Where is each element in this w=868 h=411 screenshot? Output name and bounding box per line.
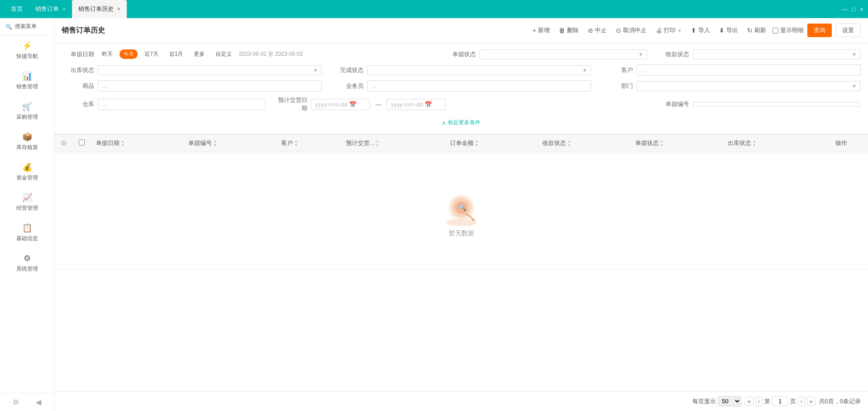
table-settings-icon[interactable]: ⚙ [61, 139, 67, 147]
table-col-doc-no[interactable]: 单据编号 ▲ ▼ [183, 135, 275, 152]
delete-button[interactable]: 🗑 删除 [556, 24, 581, 36]
complete-status-filter-control: ▼ [367, 65, 591, 75]
sidebar-item-sales-mgmt[interactable]: 📊 销售管理 [0, 66, 54, 96]
product-dots: ... [102, 82, 107, 89]
total-info: 共0页，0条记录 [819, 397, 861, 406]
calendar-from-icon: 📅 [349, 101, 356, 108]
sidebar-settings-icon[interactable]: ⚙ [13, 398, 19, 406]
sidebar-search[interactable]: 🔍 搜索菜单 [0, 18, 54, 35]
date-custom[interactable]: 自定义 [211, 48, 236, 60]
stop-button[interactable]: ⊘ 中止 [585, 24, 609, 36]
date-yesterday[interactable]: 昨天 [98, 48, 117, 60]
sort-up-icon-5: ▲ [475, 140, 479, 143]
salesman-dots: ... [371, 82, 376, 89]
window-close[interactable]: × [860, 6, 863, 13]
table-settings-col[interactable]: ⚙ [54, 135, 72, 152]
table-col-expected-delivery[interactable]: 预计交货... ▲ ▼ [340, 135, 445, 152]
cancel-stop-button[interactable]: ⊙ 取消中止 [613, 24, 649, 36]
sidebar-item-operations-mgmt[interactable]: 📈 经营管理 [0, 187, 54, 218]
refresh-button[interactable]: ↻ 刷新 [744, 24, 769, 36]
empty-text: 暂无数据 [449, 229, 474, 237]
sidebar-item-inventory-check[interactable]: 📦 库存核算 [0, 126, 54, 157]
prev-page-btn[interactable]: ‹ [755, 397, 762, 406]
delivery-date-from[interactable]: yyyy-mm-dd 📅 [311, 99, 370, 110]
dept-select[interactable]: ▼ [637, 81, 861, 91]
table-col-doc-date[interactable]: 单据日期 ▲ ▼ [91, 135, 183, 152]
pay-status-select[interactable]: ▼ [693, 49, 861, 59]
select-all-checkbox[interactable] [79, 140, 85, 145]
sidebar-item-system-mgmt[interactable]: ⚙ 系统管理 [0, 248, 54, 278]
tab-sales-order-history-close[interactable]: × [117, 6, 120, 12]
out-status-select[interactable]: ▼ [98, 65, 322, 75]
top-bar: 首页 销售订单 × 销售订单历史 × — □ × [0, 0, 868, 18]
print-arrow-icon: ▼ [677, 28, 682, 33]
last-page-btn[interactable]: » [807, 397, 815, 406]
status-select[interactable]: ▼ [480, 49, 647, 59]
import-button[interactable]: ⬆ 导入 [688, 24, 713, 36]
customer-input[interactable]: ... [637, 64, 861, 76]
date-filter: 昨天 今天 近7天 近1月 更多 自定义 2023-06-02 至 2023-0… [98, 48, 434, 60]
content-area: 销售订单历史 + 新增 🗑 删除 ⊘ 中止 ⊙ 取消中止 [54, 18, 868, 411]
date-7days[interactable]: 近7天 [140, 48, 163, 60]
order-no-input[interactable] [693, 102, 861, 106]
window-maximize[interactable]: □ [852, 6, 856, 13]
table-col-doc-status[interactable]: 单据状态 ▲ ▼ [630, 135, 722, 152]
page-num-input[interactable] [772, 396, 788, 406]
delivery-date-to[interactable]: yyyy-mm-dd 📅 [387, 99, 446, 110]
pay-status-filter-control: ▼ [693, 49, 861, 59]
sidebar-item-quick-nav[interactable]: ⚡ 快捷导航 [0, 35, 54, 66]
product-filter-control: ... [98, 80, 322, 92]
next-page-btn[interactable]: › [798, 397, 805, 406]
sort-down-icon-5: ▼ [475, 144, 479, 147]
table-col-customer[interactable]: 客户 ▲ ▼ [276, 135, 340, 152]
page-size-select[interactable]: 10 20 50 100 [718, 396, 741, 406]
table-col-outbound-status[interactable]: 出库状态 ▲ ▼ [722, 135, 815, 152]
sort-up-icon-8: ▲ [753, 140, 756, 143]
table-col-payment-status[interactable]: 收款状态 ▲ ▼ [537, 135, 629, 152]
date-today[interactable]: 今天 [120, 49, 138, 59]
settings-button[interactable]: 设置 [835, 24, 861, 37]
collapse-filter-row[interactable]: ∧ 收起更多条件 [62, 117, 861, 128]
tab-sales-order-history[interactable]: 销售订单历史 × [72, 0, 127, 18]
warehouse-input[interactable]: ... [98, 99, 266, 110]
salesman-input[interactable]: ... [367, 80, 591, 92]
first-page-btn[interactable]: « [745, 397, 753, 406]
date-1month[interactable]: 近1月 [165, 48, 187, 60]
out-status-arrow: ▼ [313, 68, 318, 73]
product-input[interactable]: ... [98, 80, 322, 92]
sidebar-item-basic-info[interactable]: 📋 基础信息 [0, 218, 54, 248]
table-header-checkbox[interactable] [72, 135, 91, 152]
tab-sales-order-close[interactable]: × [62, 6, 66, 12]
query-button[interactable]: 查询 [807, 24, 832, 37]
table-col-order-amount[interactable]: 订单金额 ▲ ▼ [445, 135, 537, 152]
empty-state-row: 🔍 暂无数据 [54, 152, 868, 270]
complete-status-select[interactable]: ▼ [367, 65, 591, 75]
sort-up-icon-7: ▲ [660, 140, 664, 143]
sidebar-collapse-icon[interactable]: ◀ [36, 398, 41, 406]
sort-down-icon-2: ▼ [213, 144, 217, 147]
operations-mgmt-icon: 📈 [22, 193, 32, 203]
finance-mgmt-icon: 💰 [22, 162, 32, 172]
add-button[interactable]: + 新增 [530, 24, 552, 36]
window-minimize[interactable]: — [842, 6, 848, 13]
sort-up-icon-2: ▲ [213, 140, 217, 143]
filter-row-1: 单据日期 昨天 今天 近7天 近1月 更多 自定义 2023-06-02 至 2… [62, 48, 861, 60]
salesman-filter-control: ... [367, 80, 591, 92]
sales-mgmt-icon: 📊 [22, 71, 32, 81]
filter-row-2: 出库状态 ▼ 完成状态 ▼ 客户 ... [62, 64, 861, 76]
search-icon: 🔍 [5, 24, 12, 30]
tab-sales-order[interactable]: 销售订单 × [29, 0, 72, 18]
tab-home[interactable]: 首页 [5, 0, 29, 18]
export-button[interactable]: ⬇ 导出 [716, 24, 741, 36]
sort-up-icon-4: ▲ [376, 140, 379, 143]
sidebar-item-finance-mgmt[interactable]: 💰 资金管理 [0, 157, 54, 187]
empty-state: 🔍 暂无数据 [60, 157, 863, 265]
customer-dots: ... [641, 67, 646, 73]
toolbar: + 新增 🗑 删除 ⊘ 中止 ⊙ 取消中止 🖨 打印 [530, 24, 861, 37]
delete-icon: 🗑 [559, 27, 565, 34]
display-cols-checkbox[interactable] [772, 28, 778, 34]
date-more[interactable]: 更多 [190, 48, 209, 60]
sidebar-item-purchase-mgmt[interactable]: 🛒 采购管理 [0, 96, 54, 126]
empty-illustration: 🔍 [439, 184, 484, 229]
print-button[interactable]: 🖨 打印 ▼ [653, 24, 685, 36]
